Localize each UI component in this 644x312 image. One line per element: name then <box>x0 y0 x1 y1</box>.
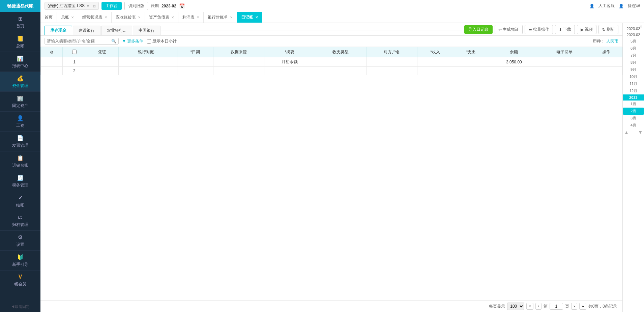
tab-close-icon[interactable]: ✕ <box>138 16 141 19</box>
col-checkbox[interactable] <box>63 47 86 57</box>
tab-business-status[interactable]: 经营状况表 ✕ <box>78 12 112 23</box>
sidebar-item-reports[interactable]: 📊 报表中心 <box>0 52 40 72</box>
copy-icon[interactable]: ⧉ <box>93 4 96 8</box>
col-settings-icon[interactable]: ⚙ <box>50 50 54 55</box>
month-3-current[interactable]: 3月 <box>623 115 644 122</box>
month-1-current[interactable]: 1月 <box>623 101 644 108</box>
sidebar-item-assets-mgmt[interactable]: 💰 资金管理 <box>0 72 40 92</box>
tab-bank-reconcile[interactable]: 银行对账单 ✕ <box>204 12 237 23</box>
month-11[interactable]: 11月 <box>623 80 644 87</box>
tab-close-icon[interactable]: ✕ <box>171 16 174 19</box>
refresh-button[interactable]: ↻ 刷新 <box>598 25 618 34</box>
tab-home[interactable]: 首页 <box>40 12 57 23</box>
company-selector[interactable]: (勿册) 江西踏宝-LSS ▼ ⧉ <box>45 2 99 10</box>
prev-page-button[interactable]: ‹ <box>535 303 541 310</box>
month-4-current[interactable]: 4月 <box>623 122 644 129</box>
row-voucher-cell <box>86 67 118 75</box>
sidebar-item-label: 结账 <box>16 202 24 208</box>
last-page-button[interactable]: » <box>579 303 586 310</box>
month-8[interactable]: 8月 <box>623 59 644 66</box>
month-10[interactable]: 10月 <box>623 73 644 80</box>
tab-profit[interactable]: 利润表 ✕ <box>178 12 204 23</box>
month-9[interactable]: 9月 <box>623 66 644 73</box>
row-checkbox-cell[interactable]: 2 <box>63 67 86 75</box>
tab-close-icon[interactable]: ✕ <box>197 16 199 19</box>
download-button[interactable]: ⬇ 下载 <box>555 25 575 34</box>
sidebar-item-settings[interactable]: ⚙ 设置 <box>0 231 40 251</box>
username[interactable]: 徐逻华 <box>628 3 640 9</box>
first-page-button[interactable]: « <box>526 303 533 310</box>
sidebar-item-label: 固定资产 <box>12 103 28 109</box>
search-input[interactable] <box>47 39 111 44</box>
video-button[interactable]: ▶ 视频 <box>577 25 596 34</box>
period-label: 账期 <box>151 3 159 9</box>
customer-service-label[interactable]: 人工客服 <box>598 3 615 9</box>
scroll-up-icon[interactable]: ▲ <box>624 130 629 135</box>
col-data-source: 数据来源 <box>213 47 264 57</box>
tab-general-ledger[interactable]: 总账 ✕ <box>57 12 78 23</box>
sidebar-item-ledger[interactable]: 📒 总账 <box>0 32 40 52</box>
sub-tab-china-bank[interactable]: 中国银行 <box>133 26 160 35</box>
tab-receivable[interactable]: 应收账龄表 ✕ <box>112 12 145 23</box>
tab-close-icon[interactable]: ✕ <box>71 16 74 19</box>
import-diary-button[interactable]: 导入日记账 <box>464 25 493 34</box>
sidebar-item-home[interactable]: ⊞ 首页 <box>0 12 40 32</box>
row-checkbox-cell[interactable]: 1 <box>63 57 86 67</box>
sidebar-item-tax[interactable]: 🧾 税务管理 <box>0 171 40 191</box>
tab-assets-liabilities[interactable]: 资产负债表 ✕ <box>145 12 178 23</box>
row-balance-cell: 3,050.00 <box>489 57 539 67</box>
col-settings[interactable]: ⚙ <box>41 47 63 57</box>
search-box[interactable]: 🔍 <box>45 38 119 45</box>
company-name: (勿册) 江西踏宝-LSS <box>48 3 85 9</box>
sidebar-toggle[interactable]: ◀取消固定 <box>0 302 40 312</box>
year-period-2023-02[interactable]: 2023.02 <box>623 32 644 38</box>
workspace-button[interactable]: 工作台 <box>101 2 122 10</box>
generate-icon: ↩ <box>498 27 502 32</box>
sub-tab-cash[interactable]: 库存现金 <box>45 26 72 35</box>
next-page-button[interactable]: › <box>571 303 577 310</box>
month-7[interactable]: 7月 <box>623 52 644 59</box>
month-5[interactable]: 5月 <box>623 38 644 45</box>
generate-voucher-button[interactable]: ↩ 生成凭证 <box>495 25 523 34</box>
month-2-current[interactable]: 2月 <box>623 108 644 115</box>
tab-close-icon[interactable]: ✕ <box>230 16 233 19</box>
sidebar-item-sales[interactable]: 📋 进销台账 <box>0 151 40 171</box>
sidebar-item-salary[interactable]: 👤 工资 <box>0 112 40 132</box>
select-all-checkbox[interactable] <box>72 50 77 54</box>
topbar: (勿册) 江西踏宝-LSS ▼ ⧉ 工作台 切到旧版 账期 2023-02 📅 … <box>40 0 644 12</box>
sidebar-item-guide[interactable]: 🔰 新手引导 <box>0 251 40 271</box>
month-6[interactable]: 6月 <box>623 45 644 52</box>
right-panel-close-button[interactable]: ✕ <box>639 24 643 29</box>
scroll-down-icon[interactable]: ▼ <box>638 130 643 135</box>
guide-icon: 🔰 <box>17 254 24 260</box>
batch-op-button[interactable]: ☰ 批量操作 <box>525 25 553 34</box>
month-12[interactable]: 12月 <box>623 87 644 94</box>
sub-tab-construction-bank[interactable]: 建设银行 <box>73 26 100 35</box>
tab-close-icon[interactable]: ✕ <box>255 16 258 19</box>
tab-label: 日记账 <box>241 15 253 20</box>
page-input[interactable] <box>550 303 563 310</box>
switch-version-button[interactable]: 切到旧版 <box>124 2 148 10</box>
tab-daily-account[interactable]: 日记账 ✕ <box>237 12 262 23</box>
tab-close-icon[interactable]: ✕ <box>105 16 107 19</box>
sidebar-item-member[interactable]: V 畅会员 <box>0 271 40 290</box>
daily-total-checkbox-label[interactable]: 显示本日小计 <box>147 38 177 44</box>
tab-label: 总账 <box>61 15 69 20</box>
table-container: ⚙ 凭证 银行对账... **日期日期 数据来源 *摘要 收支类型 对方户名 <box>40 47 622 300</box>
filter-row: 🔍 ▼ 更多条件 显示本日小计 币种： 人民币 <box>40 36 622 47</box>
sidebar-item-invoice[interactable]: 📄 发票管理 <box>0 132 40 151</box>
per-page-select[interactable]: 100 <box>507 303 524 310</box>
sidebar-item-archive[interactable]: 🗂 归档管理 <box>0 211 40 231</box>
sidebar-item-label: 发票管理 <box>12 143 28 148</box>
sub-tab-agriculture-bank[interactable]: 农业银行... <box>101 26 132 35</box>
company-dropdown-icon[interactable]: ▼ <box>86 4 90 8</box>
calendar-icon[interactable]: 📅 <box>179 3 185 9</box>
daily-total-checkbox[interactable] <box>147 39 151 44</box>
col-bank-reconcile: 银行对账... <box>118 47 177 57</box>
sidebar-item-fixed-assets[interactable]: 🏢 固定资产 <box>0 92 40 112</box>
currency-value[interactable]: 人民币 <box>606 38 618 44</box>
sidebar-item-label: 资金管理 <box>12 83 28 89</box>
sidebar-item-label: 设置 <box>16 242 24 248</box>
more-filter-button[interactable]: ▼ 更多条件 <box>122 38 143 44</box>
sidebar-item-settlement[interactable]: ✔ 结账 <box>0 191 40 211</box>
